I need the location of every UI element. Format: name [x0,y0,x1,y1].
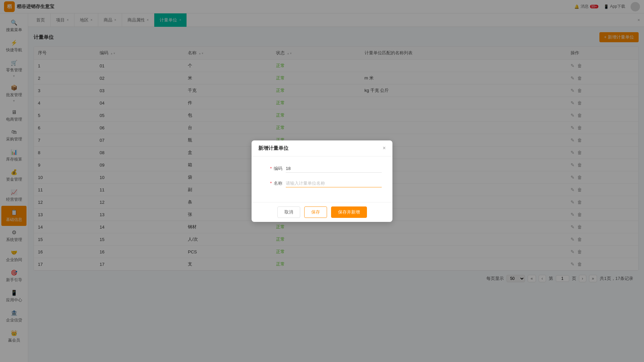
dialog-close-button[interactable]: × [383,145,386,151]
dialog-title: 新增计量单位 [258,145,288,152]
add-unit-dialog: 新增计量单位 × * 编码 * 名称 取消 保存 保存并新增 [252,140,392,222]
code-label: * 编码 [262,166,282,172]
form-row-code: * 编码 [262,165,382,173]
dialog-header: 新增计量单位 × [252,140,392,157]
name-label: * 名称 [262,180,282,186]
save-and-new-button[interactable]: 保存并新增 [331,206,367,218]
save-button[interactable]: 保存 [304,206,327,218]
dialog-body: * 编码 * 名称 [252,157,392,202]
dialog-footer: 取消 保存 保存并新增 [252,202,392,222]
cancel-button[interactable]: 取消 [277,206,300,218]
form-row-name: * 名称 [262,179,382,187]
code-input[interactable] [286,165,382,173]
name-input[interactable] [286,179,382,187]
dialog-overlay[interactable]: 新增计量单位 × * 编码 * 名称 取消 保存 保存并新增 [0,0,644,362]
